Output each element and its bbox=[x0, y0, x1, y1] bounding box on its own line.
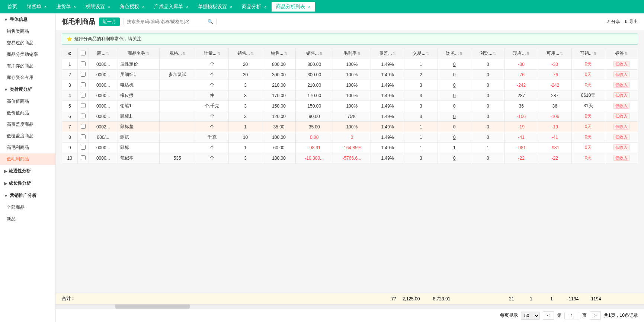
col-settings[interactable]: ⚙ bbox=[62, 48, 78, 59]
next-page-button[interactable]: ＞ bbox=[590, 311, 601, 320]
sidebar-item-new-products[interactable]: 新品 bbox=[0, 213, 55, 225]
cell-num: 7 bbox=[62, 122, 78, 132]
col-sale-qty[interactable]: 销售...⇅ bbox=[229, 48, 262, 59]
cell-view1[interactable]: 0 bbox=[438, 111, 471, 122]
nav-home[interactable]: 首页 bbox=[3, 2, 22, 12]
cell-view1[interactable]: 0 bbox=[438, 70, 471, 80]
cell-unit: 个 bbox=[195, 59, 229, 70]
col-view1[interactable]: 浏览...⇅ bbox=[438, 48, 471, 59]
nav-product-in[interactable]: 产成品入库单 × bbox=[150, 2, 193, 12]
nav-sales-close[interactable]: × bbox=[44, 4, 47, 9]
page-input[interactable] bbox=[564, 312, 579, 319]
cell-checkbox[interactable] bbox=[77, 122, 89, 132]
cell-checkbox[interactable] bbox=[77, 101, 89, 111]
col-name[interactable]: 商品名称⇅ bbox=[118, 48, 159, 59]
cell-view1[interactable]: 0 bbox=[438, 80, 471, 90]
sidebar-item-high-value[interactable]: 高价值商品 bbox=[0, 96, 55, 107]
scrollbar-area[interactable] bbox=[56, 304, 644, 309]
cell-view2: 1 bbox=[471, 143, 504, 153]
nav-purchase[interactable]: 进货单 × bbox=[52, 2, 80, 12]
sidebar-group-growth[interactable]: ▶成长性分析 bbox=[0, 177, 55, 189]
nav-permission-close[interactable]: × bbox=[108, 4, 110, 9]
nav-analysis-list-close[interactable]: × bbox=[308, 4, 310, 9]
cell-checkbox[interactable] bbox=[77, 59, 89, 70]
period-button[interactable]: 近一月 bbox=[99, 17, 120, 26]
col-current[interactable]: 现有...⇅ bbox=[504, 48, 538, 59]
sidebar-item-sales-products[interactable]: 销售类商品 bbox=[0, 26, 55, 37]
sidebar-item-category-rate[interactable]: 商品分类助销率 bbox=[0, 49, 55, 60]
table-container[interactable]: ⚙ 商...⇅ 商品名称⇅ 规格...⇅ 计量...⇅ 销售...⇅ 销售...… bbox=[56, 48, 644, 293]
col-unit[interactable]: 计量...⇅ bbox=[195, 48, 229, 59]
cell-view1[interactable]: 0 bbox=[438, 59, 471, 70]
cell-sellable: 0天 bbox=[571, 70, 605, 80]
col-available[interactable]: 可用...⇅ bbox=[538, 48, 571, 59]
sidebar-item-all-products[interactable]: 全部商品 bbox=[0, 202, 55, 213]
nav-analysis-close[interactable]: × bbox=[264, 4, 266, 9]
cell-unit: 件 bbox=[195, 90, 229, 101]
cell-coverage: 1.49% bbox=[371, 132, 404, 143]
search-input[interactable] bbox=[127, 19, 206, 24]
cell-checkbox[interactable] bbox=[77, 80, 89, 90]
cell-view2: 0 bbox=[471, 59, 504, 70]
cell-view1[interactable]: 0 bbox=[438, 101, 471, 111]
cell-checkbox[interactable] bbox=[77, 111, 89, 122]
sidebar-item-in-stock[interactable]: 有库存的商品 bbox=[0, 60, 55, 72]
cell-checkbox[interactable] bbox=[77, 153, 89, 163]
scrollbar-thumb[interactable] bbox=[115, 305, 190, 309]
nav-role[interactable]: 角色授权 × bbox=[115, 2, 149, 12]
col-sale-profit[interactable]: 销售...⇅ bbox=[296, 48, 333, 59]
col-tag[interactable]: 标签⇅ bbox=[605, 48, 638, 59]
nav-purchase-close[interactable]: × bbox=[74, 4, 76, 9]
col-trade[interactable]: 交易...⇅ bbox=[404, 48, 438, 59]
cell-num: 9 bbox=[62, 143, 78, 153]
col-coverage[interactable]: 覆盖...⇅ bbox=[371, 48, 404, 59]
sidebar-group-flow[interactable]: ▶流通性分析 bbox=[0, 165, 55, 177]
nav-permission[interactable]: 权限设置 × bbox=[81, 2, 115, 12]
cell-view1[interactable]: 0 bbox=[438, 132, 471, 143]
sidebar-group-overview[interactable]: ▼整体信息 bbox=[0, 13, 55, 26]
cell-view1[interactable]: 1 bbox=[438, 143, 471, 153]
sidebar-item-high-coverage[interactable]: 高覆盖度商品 bbox=[0, 119, 55, 130]
per-page-select[interactable]: 50 100 200 bbox=[521, 312, 540, 320]
select-all-checkbox[interactable] bbox=[81, 51, 86, 55]
cell-current: -242 bbox=[504, 80, 538, 90]
cell-checkbox[interactable] bbox=[77, 143, 89, 153]
sidebar-item-high-profit[interactable]: 高毛利商品 bbox=[0, 142, 55, 153]
cell-gross-rate: -5766.6... bbox=[333, 153, 371, 163]
col-sellable[interactable]: 可销...⇅ bbox=[571, 48, 605, 59]
nav-analysis-list[interactable]: 商品分析列表 × bbox=[272, 2, 315, 12]
sidebar-item-low-value[interactable]: 低价值商品 bbox=[0, 107, 55, 119]
col-checkbox[interactable] bbox=[77, 48, 89, 59]
export-button[interactable]: ⬇ 导出 bbox=[624, 19, 638, 25]
cell-sale-amount: 120.00 bbox=[262, 111, 296, 122]
col-spec[interactable]: 规格...⇅ bbox=[159, 48, 195, 59]
sidebar-group-marketing[interactable]: ▼营销推广分析 bbox=[0, 189, 55, 202]
sidebar-item-low-profit[interactable]: 低毛利商品 bbox=[0, 153, 55, 165]
cell-view1[interactable]: 0 bbox=[438, 122, 471, 132]
table-row: 4 0000... 橡皮擦 件 3 170.00 170.00 100% 1.4… bbox=[62, 90, 638, 101]
cell-view2: 0 bbox=[471, 90, 504, 101]
sidebar-item-low-coverage[interactable]: 低覆盖度商品 bbox=[0, 130, 55, 142]
cell-view1[interactable]: 0 bbox=[438, 90, 471, 101]
sidebar-item-stock-capital[interactable]: 库存资金占用 bbox=[0, 72, 55, 83]
nav-product-in-close[interactable]: × bbox=[186, 4, 188, 9]
nav-sales[interactable]: 销货单 × bbox=[22, 2, 51, 12]
share-button[interactable]: ↗ 分享 bbox=[606, 19, 620, 25]
cell-checkbox[interactable] bbox=[77, 70, 89, 80]
sidebar-group-class-analysis[interactable]: ▼类射度分析 bbox=[0, 83, 55, 96]
cell-view1[interactable]: 0 bbox=[438, 153, 471, 163]
nav-template-close[interactable]: × bbox=[230, 4, 232, 9]
col-sale-amount[interactable]: 销售...⇅ bbox=[262, 48, 296, 59]
cell-checkbox[interactable] bbox=[77, 132, 89, 143]
sidebar-item-traded[interactable]: 交易过的商品 bbox=[0, 37, 55, 49]
cell-current: -30 bbox=[504, 59, 538, 70]
nav-template[interactable]: 单据模板设置 × bbox=[193, 2, 237, 12]
col-view2[interactable]: 浏览...⇅ bbox=[471, 48, 504, 59]
nav-role-close[interactable]: × bbox=[142, 4, 144, 9]
col-gross-rate[interactable]: 毛利率⇅ bbox=[333, 48, 371, 59]
nav-analysis[interactable]: 商品分析 × bbox=[237, 2, 271, 12]
cell-checkbox[interactable] bbox=[77, 90, 89, 101]
col-code[interactable]: 商...⇅ bbox=[89, 48, 118, 59]
arrow-class: ▼ bbox=[4, 87, 8, 92]
prev-page-button[interactable]: ＜ bbox=[543, 311, 554, 320]
